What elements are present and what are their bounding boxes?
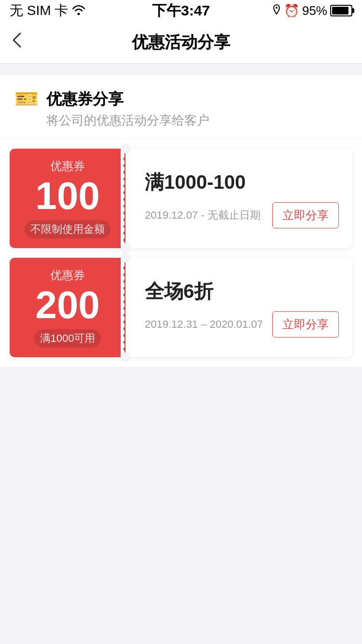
coupon-label-1: 优惠券 [50, 158, 85, 174]
alarm-icon: ⏰ [284, 3, 299, 18]
share-button-2[interactable]: 立即分享 [272, 311, 339, 337]
section-gap [0, 64, 362, 75]
coupon-label-2: 优惠券 [50, 267, 85, 283]
coupon-right-1: 满1000-100 2019.12.07 - 无截止日期 立即分享 [125, 149, 352, 248]
status-time: 下午3:47 [152, 1, 210, 21]
coupon-condition-2: 满1000可用 [34, 329, 101, 348]
svg-point-0 [276, 7, 278, 9]
coupon-name-2: 全场6折 [145, 278, 339, 305]
coupon-right-2: 全场6折 2019.12.31 – 2020.01.07 立即分享 [125, 258, 352, 357]
status-right: ⏰ 95% [272, 3, 352, 18]
battery-text: 95% [302, 3, 327, 18]
carrier-text: 无 SIM 卡 [10, 1, 68, 20]
back-button[interactable] [12, 31, 22, 53]
location-icon [272, 3, 281, 18]
section-header: 🎫 优惠券分享 将公司的优惠活动分享给客户 [0, 75, 362, 139]
coupon-date-1: 2019.12.07 - 无截止日期 [145, 208, 267, 223]
share-button-1[interactable]: 立即分享 [272, 202, 339, 228]
section-title: 优惠券分享 [46, 89, 209, 110]
coupon-amount-2: 200 [35, 286, 99, 324]
page-title: 优惠活动分享 [132, 31, 230, 54]
coupon-name-1: 满1000-100 [145, 169, 339, 196]
coupon-card-2: 优惠券 200 满1000可用 全场6折 2019.12.31 – 2020.0… [10, 258, 352, 357]
coupon-left-2: 优惠券 200 满1000可用 [10, 258, 125, 357]
coupon-meta-2: 2019.12.31 – 2020.01.07 立即分享 [145, 311, 339, 337]
wifi-icon [72, 3, 85, 18]
coupon-condition-1: 不限制使用金额 [25, 220, 111, 238]
section-icon: 🎫 [14, 89, 39, 108]
status-left: 无 SIM 卡 [10, 1, 85, 20]
coupon-card-1: 优惠券 100 不限制使用金额 满1000-100 2019.12.07 - 无… [10, 149, 352, 248]
section-subtitle: 将公司的优惠活动分享给客户 [46, 112, 209, 129]
coupon-date-2: 2019.12.31 – 2020.01.07 [145, 318, 267, 331]
battery-icon [330, 5, 352, 16]
coupon-list: 优惠券 100 不限制使用金额 满1000-100 2019.12.07 - 无… [0, 139, 362, 367]
coupon-left-1: 优惠券 100 不限制使用金额 [10, 149, 125, 248]
page-fill [0, 367, 362, 560]
nav-bar: 优惠活动分享 [0, 21, 362, 64]
coupon-amount-1: 100 [35, 177, 99, 215]
section-text-block: 优惠券分享 将公司的优惠活动分享给客户 [46, 89, 209, 129]
coupon-meta-1: 2019.12.07 - 无截止日期 立即分享 [145, 202, 339, 228]
status-bar: 无 SIM 卡 下午3:47 ⏰ 95% [0, 0, 362, 21]
